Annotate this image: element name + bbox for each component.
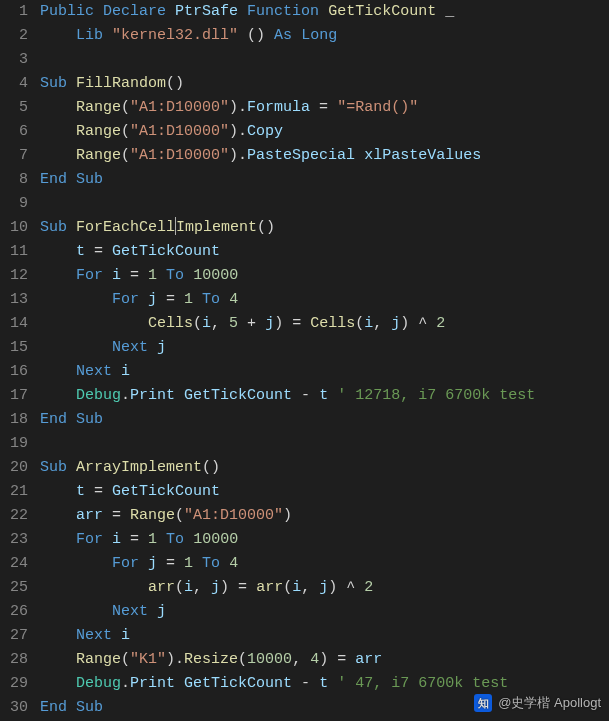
token-ident: i	[184, 579, 193, 596]
token-op	[220, 555, 229, 572]
token-kw: To	[166, 531, 184, 548]
token-kw: For	[76, 531, 103, 548]
token-op	[157, 531, 166, 548]
token-op	[166, 3, 175, 20]
code-line[interactable]: Next i	[40, 624, 605, 648]
code-line[interactable]: Cells(i, 5 + j) = Cells(i, j) ^ 2	[40, 312, 605, 336]
code-line[interactable]: Range("A1:D10000").PasteSpecial xlPasteV…	[40, 144, 605, 168]
code-line[interactable]: Range("A1:D10000").Copy	[40, 120, 605, 144]
line-number: 5	[8, 96, 28, 120]
token-ident: t	[319, 387, 328, 404]
token-kw: To	[202, 555, 220, 572]
code-line[interactable]	[40, 432, 605, 456]
token-op	[112, 627, 121, 644]
token-kw: Long	[301, 27, 337, 44]
token-num: 1	[148, 531, 157, 548]
token-ident: i	[112, 531, 121, 548]
token-num: 1	[148, 267, 157, 284]
token-ident: j	[319, 579, 328, 596]
token-str: "kernel32.dll"	[112, 27, 238, 44]
code-line[interactable]: End Sub	[40, 168, 605, 192]
token-kw: Next	[76, 363, 112, 380]
token-kw: Sub	[76, 411, 103, 428]
token-fn: ForEachCell	[76, 219, 175, 236]
token-ident: arr	[76, 507, 103, 524]
token-op: (	[175, 507, 184, 524]
token-ident: i	[292, 579, 301, 596]
token-fn: Cells	[310, 315, 355, 332]
token-str: "A1:D10000"	[130, 147, 229, 164]
token-op: .	[121, 387, 130, 404]
token-ident: i	[121, 363, 130, 380]
token-op	[67, 411, 76, 428]
token-type: Debug	[76, 387, 121, 404]
token-kw: End	[40, 171, 67, 188]
code-line[interactable]: Next j	[40, 600, 605, 624]
token-op: .	[121, 675, 130, 692]
token-kw: Declare	[103, 3, 166, 20]
code-area[interactable]: Public Declare PtrSafe Function GetTickC…	[40, 0, 609, 721]
line-number: 30	[8, 696, 28, 720]
code-line[interactable]: Range("K1").Resize(10000, 4) = arr	[40, 648, 605, 672]
code-line[interactable]: Next i	[40, 360, 605, 384]
token-op: (	[121, 147, 130, 164]
token-op	[103, 27, 112, 44]
code-line[interactable]: arr = Range("A1:D10000")	[40, 504, 605, 528]
token-num: 2	[364, 579, 373, 596]
token-op	[67, 459, 76, 476]
code-line[interactable]: arr(i, j) = arr(i, j) ^ 2	[40, 576, 605, 600]
line-number: 11	[8, 240, 28, 264]
line-number: 25	[8, 576, 28, 600]
token-ident: i	[202, 315, 211, 332]
token-op	[139, 291, 148, 308]
token-kw: Public	[40, 3, 94, 20]
code-line[interactable]: Sub FillRandom()	[40, 72, 605, 96]
code-line[interactable]: Range("A1:D10000").Formula = "=Rand()"	[40, 96, 605, 120]
code-line[interactable]: Sub ForEachCellImplement()	[40, 216, 605, 240]
code-line[interactable]: For j = 1 To 4	[40, 552, 605, 576]
token-op	[355, 147, 364, 164]
code-line[interactable]	[40, 192, 605, 216]
line-number: 20	[8, 456, 28, 480]
token-op	[67, 219, 76, 236]
code-line[interactable]: Lib "kernel32.dll" () As Long	[40, 24, 605, 48]
code-line[interactable]: t = GetTickCount	[40, 240, 605, 264]
code-line[interactable]: For j = 1 To 4	[40, 288, 605, 312]
token-op: ,	[193, 579, 211, 596]
line-number: 9	[8, 192, 28, 216]
token-op: =	[310, 99, 337, 116]
code-line[interactable]: Public Declare PtrSafe Function GetTickC…	[40, 0, 605, 24]
token-num: 10000	[193, 531, 238, 548]
token-num: 4	[229, 555, 238, 572]
token-fn: Range	[76, 99, 121, 116]
token-cmt: ' 47, i7 6700k test	[337, 675, 508, 692]
token-op: ).	[229, 123, 247, 140]
code-line[interactable]: For i = 1 To 10000	[40, 264, 605, 288]
zhihu-icon: 知	[474, 694, 492, 712]
line-number: 14	[8, 312, 28, 336]
code-line[interactable]: t = GetTickCount	[40, 480, 605, 504]
token-kw: Next	[112, 339, 148, 356]
code-line[interactable]: For i = 1 To 10000	[40, 528, 605, 552]
token-fn: GetTickCount	[328, 3, 436, 20]
token-cmt: ' 12718, i7 6700k test	[337, 387, 535, 404]
line-number: 6	[8, 120, 28, 144]
code-line[interactable]: Sub ArrayImplement()	[40, 456, 605, 480]
token-ident: j	[157, 339, 166, 356]
token-op: ()	[202, 459, 220, 476]
token-ident: j	[157, 603, 166, 620]
code-line[interactable]: Next j	[40, 336, 605, 360]
token-str: "A1:D10000"	[130, 99, 229, 116]
code-line[interactable]: Debug.Print GetTickCount - t ' 12718, i7…	[40, 384, 605, 408]
token-op: -	[292, 675, 319, 692]
token-fn: Cells	[148, 315, 193, 332]
token-op	[112, 363, 121, 380]
token-op: ).	[166, 651, 184, 668]
token-num: 1	[184, 291, 193, 308]
code-line[interactable]: End Sub	[40, 408, 605, 432]
token-op: ).	[229, 147, 247, 164]
token-str: "=Rand()"	[337, 99, 418, 116]
code-line[interactable]	[40, 48, 605, 72]
line-number: 29	[8, 672, 28, 696]
code-editor[interactable]: 1234567891011121314151617181920212223242…	[0, 0, 609, 721]
